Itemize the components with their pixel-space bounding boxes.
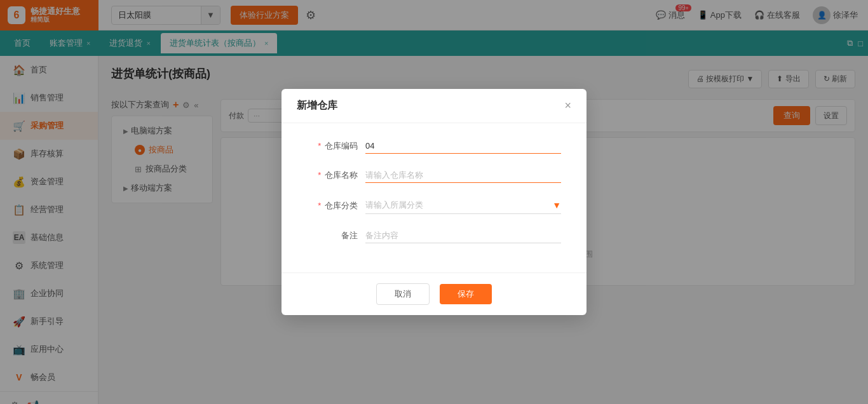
new-warehouse-modal: 新增仓库 × * 仓库编码 * 仓库名称 — [281, 89, 587, 315]
required-star-category: * — [318, 201, 321, 210]
modal-header: 新增仓库 × — [281, 89, 587, 123]
name-input[interactable] — [365, 168, 561, 183]
name-label: * 仓库名称 — [307, 170, 358, 181]
category-dropdown-icon: ▼ — [552, 200, 561, 210]
category-label: * 仓库分类 — [307, 200, 358, 212]
modal-overlay: 新增仓库 × * 仓库编码 * 仓库名称 — [0, 0, 868, 404]
notes-input[interactable] — [365, 228, 561, 243]
code-input[interactable] — [365, 138, 561, 154]
required-star-code: * — [318, 141, 321, 151]
notes-label: 备注 — [307, 230, 358, 241]
form-row-category: * 仓库分类 请输入所属分类 ▼ — [307, 197, 561, 214]
cancel-button[interactable]: 取消 — [376, 283, 430, 305]
modal-close-icon[interactable]: × — [564, 99, 571, 112]
code-label: * 仓库编码 — [307, 140, 358, 152]
required-star-name: * — [318, 170, 321, 180]
form-row-notes: 备注 — [307, 228, 561, 243]
category-placeholder: 请输入所属分类 — [365, 199, 423, 211]
form-row-code: * 仓库编码 — [307, 138, 561, 154]
modal-footer: 取消 保存 — [281, 273, 587, 315]
modal-title: 新增仓库 — [297, 99, 337, 112]
save-button[interactable]: 保存 — [440, 284, 492, 304]
modal-body: * 仓库编码 * 仓库名称 * 仓库分类 请输入 — [281, 123, 587, 273]
category-select[interactable]: 请输入所属分类 ▼ — [365, 197, 561, 214]
form-row-name: * 仓库名称 — [307, 168, 561, 183]
